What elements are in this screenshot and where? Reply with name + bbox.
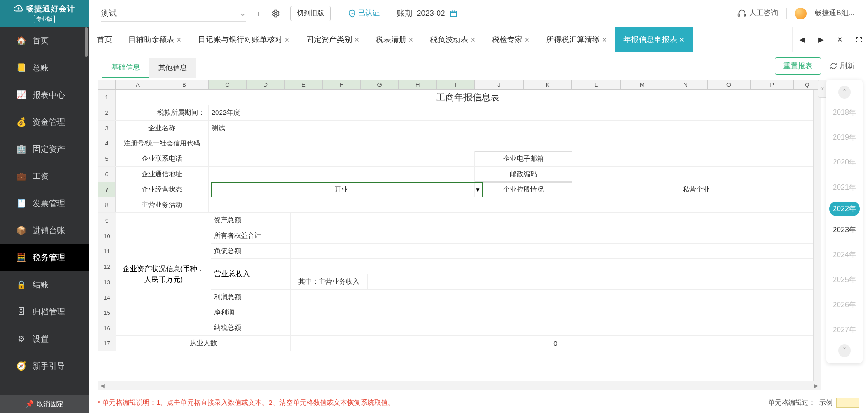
calendar-icon[interactable] bbox=[449, 9, 458, 18]
tab-close-all[interactable]: ✕ bbox=[830, 27, 849, 52]
sidebar-item-6[interactable]: 🧾发票管理 bbox=[0, 190, 89, 217]
tab-2[interactable]: 日记账与银行对账单核对✕ bbox=[190, 27, 298, 52]
sidebar-item-12[interactable]: 🧭新手引导 bbox=[0, 352, 89, 380]
year-option[interactable]: 2019年 bbox=[833, 127, 856, 149]
close-icon[interactable]: ✕ bbox=[602, 36, 607, 43]
tab-scroll-right[interactable]: ▶ bbox=[811, 27, 830, 52]
sidebar-item-8[interactable]: 🧮税务管理 bbox=[0, 244, 89, 271]
scroll-left-icon[interactable]: ◄ bbox=[98, 382, 107, 390]
spreadsheet[interactable]: A B C D E F G H I J K L M N O P Q 1 工商年报… bbox=[98, 80, 821, 390]
sidebar-item-11[interactable]: ⚙设置 bbox=[0, 325, 89, 352]
refresh-button[interactable]: 刷新 bbox=[830, 61, 854, 71]
cell-label[interactable]: 企业通信地址 bbox=[116, 167, 209, 182]
tab-3[interactable]: 固定资产类别✕ bbox=[298, 27, 368, 52]
switch-old-button[interactable]: 切到旧版 bbox=[290, 6, 331, 21]
sidebar-item-10[interactable]: 🗄归档管理 bbox=[0, 298, 89, 325]
year-option[interactable]: 2020年 bbox=[833, 152, 856, 174]
year-up-button[interactable]: ˄ bbox=[838, 86, 851, 99]
col-header[interactable]: M bbox=[621, 80, 664, 89]
sidebar-item-4[interactable]: 🏢固定资产 bbox=[0, 136, 89, 163]
section-label[interactable]: 企业资产状况信息(币种：人民币万元) bbox=[116, 213, 211, 336]
cell-label[interactable]: 从业人数 bbox=[116, 336, 291, 351]
year-option[interactable]: 2023年 bbox=[833, 220, 856, 241]
cell-value[interactable]: 私营企业 bbox=[572, 182, 821, 197]
col-header[interactable]: N bbox=[664, 80, 708, 89]
cell-label[interactable]: 企业控股情况 bbox=[475, 182, 572, 197]
cell-value[interactable]: 0 bbox=[291, 336, 821, 351]
sidebar-item-1[interactable]: 📒总账 bbox=[0, 54, 89, 81]
tab-scroll-left[interactable]: ◀ bbox=[792, 27, 811, 52]
year-option[interactable]: 2018年 bbox=[833, 102, 856, 124]
cell-label[interactable]: 企业名称 bbox=[116, 121, 209, 136]
sidebar-item-0[interactable]: 🏠首页 bbox=[0, 27, 89, 54]
sidebar-item-3[interactable]: 💰资金管理 bbox=[0, 108, 89, 136]
col-header[interactable]: L bbox=[572, 80, 621, 89]
settings-icon[interactable] bbox=[271, 9, 284, 18]
sheet-horizontal-scrollbar[interactable]: ◄ ► bbox=[98, 381, 821, 390]
tab-1[interactable]: 目辅助余额表✕ bbox=[120, 27, 190, 52]
sheet-vertical-scrollbar[interactable] bbox=[813, 90, 821, 381]
year-option[interactable]: 2022年 bbox=[829, 202, 860, 216]
sidebar-item-7[interactable]: 📦进销台账 bbox=[0, 217, 89, 244]
tab-7[interactable]: 所得税汇算清缴✕ bbox=[538, 27, 615, 52]
col-header[interactable]: I bbox=[437, 80, 475, 89]
subtab-other[interactable]: 其他信息 bbox=[149, 58, 196, 78]
sidebar-item-5[interactable]: 💼工资 bbox=[0, 163, 89, 190]
year-option[interactable]: 2027年 bbox=[833, 319, 856, 341]
col-header[interactable]: O bbox=[708, 80, 751, 89]
col-header[interactable]: E bbox=[285, 80, 323, 89]
close-icon[interactable]: ✕ bbox=[470, 36, 476, 43]
cell-label[interactable]: 注册号/统一社会信用代码 bbox=[116, 136, 209, 151]
reset-button[interactable]: 重置报表 bbox=[775, 57, 821, 75]
cell-value[interactable]: 测试 bbox=[209, 121, 821, 136]
tab-8[interactable]: 年报信息申报表✕ bbox=[615, 27, 693, 52]
col-header[interactable]: P bbox=[751, 80, 794, 89]
close-icon[interactable]: ✕ bbox=[679, 36, 684, 43]
col-header[interactable]: D bbox=[247, 80, 285, 89]
close-icon[interactable]: ✕ bbox=[524, 36, 530, 43]
business-status-cell[interactable]: 开业 bbox=[209, 182, 475, 197]
col-header[interactable]: F bbox=[323, 80, 361, 89]
username[interactable]: 畅捷通B组... bbox=[815, 9, 854, 18]
close-icon[interactable]: ✕ bbox=[354, 36, 359, 43]
tab-fullscreen[interactable] bbox=[849, 27, 868, 52]
col-header[interactable]: Q bbox=[794, 80, 821, 89]
close-icon[interactable]: ✕ bbox=[284, 36, 290, 43]
scroll-right-icon[interactable]: ► bbox=[811, 382, 821, 390]
col-header[interactable]: H bbox=[399, 80, 437, 89]
cell-label[interactable]: 企业经营状态 bbox=[116, 182, 209, 197]
cell-label[interactable]: 企业联系电话 bbox=[116, 151, 209, 166]
close-icon[interactable]: ✕ bbox=[408, 36, 414, 43]
tab-6[interactable]: 税检专家✕ bbox=[484, 27, 538, 52]
cell-value[interactable]: 2022年度 bbox=[209, 105, 821, 120]
sidebar-item-9[interactable]: 🔒结账 bbox=[0, 271, 89, 298]
col-header[interactable]: G bbox=[361, 80, 399, 89]
sidebar-item-2[interactable]: 📈报表中心 bbox=[0, 81, 89, 108]
company-select[interactable]: 测试 ⌄ bbox=[101, 5, 246, 22]
unpin-button[interactable]: 📌 取消固定 bbox=[0, 395, 89, 413]
year-option[interactable]: 2025年 bbox=[833, 269, 856, 291]
sheet-title[interactable]: 工商年报信息表 bbox=[116, 90, 821, 105]
year-option[interactable]: 2021年 bbox=[833, 177, 856, 198]
cell-label[interactable]: 企业电子邮箱 bbox=[475, 151, 572, 166]
close-icon[interactable]: ✕ bbox=[176, 36, 182, 43]
avatar[interactable] bbox=[795, 8, 807, 19]
consult-button[interactable]: 人工咨询 bbox=[737, 9, 778, 18]
year-option[interactable]: 2026年 bbox=[833, 294, 856, 316]
year-down-button[interactable]: ˅ bbox=[838, 344, 851, 357]
col-header[interactable]: B bbox=[160, 80, 209, 89]
col-header[interactable]: J bbox=[475, 80, 524, 89]
cell-label[interactable]: 税款所属期间： bbox=[116, 105, 209, 120]
tab-0[interactable]: 首页 bbox=[89, 27, 120, 52]
add-button[interactable]: ＋ bbox=[252, 8, 265, 19]
row-header[interactable]: 1 bbox=[98, 90, 116, 105]
col-header[interactable]: K bbox=[524, 80, 572, 89]
year-option[interactable]: 2024年 bbox=[833, 244, 856, 266]
cell-label[interactable]: 邮政编码 bbox=[475, 167, 572, 182]
sidebar-scrollbar[interactable] bbox=[84, 27, 89, 413]
tab-5[interactable]: 税负波动表✕ bbox=[422, 27, 484, 52]
tab-4[interactable]: 税表清册✕ bbox=[368, 27, 422, 52]
col-header[interactable]: C bbox=[209, 80, 247, 89]
collapse-year-panel[interactable]: « bbox=[818, 80, 826, 98]
select-all-corner[interactable] bbox=[98, 80, 116, 89]
